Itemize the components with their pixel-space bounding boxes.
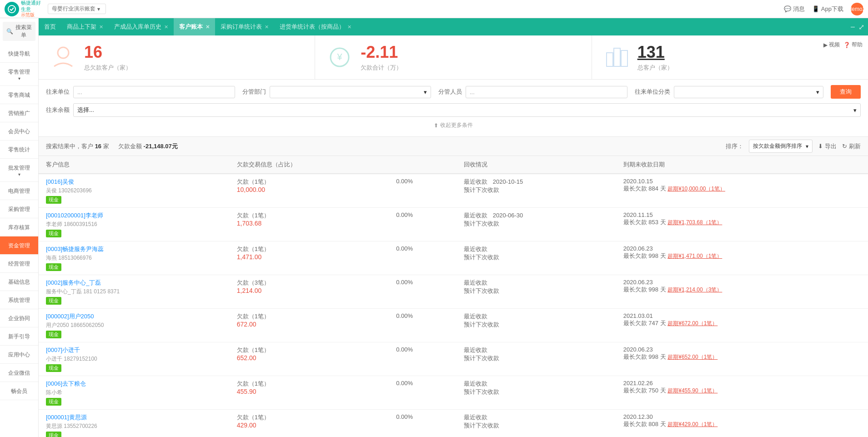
tab-close-icon[interactable]: ✕ <box>347 24 351 30</box>
debt-amount-4[interactable]: 672.00 <box>237 321 381 328</box>
customer-name-link-7[interactable]: [000001]黄思源 <box>46 414 87 421</box>
store-selector[interactable]: 母婴行业演示账套 ▾ <box>48 4 106 14</box>
svg-text:¥: ¥ <box>337 52 343 62</box>
customer-name-link-2[interactable]: [0003]畅捷服务尹海蕊 <box>46 246 104 252</box>
customer-name-link-5[interactable]: [0007]小迸千 <box>46 347 80 353</box>
overdue-info-3: 最长欠款 998 天 超期¥1,214.00（3笔） <box>623 286 861 294</box>
overdue-amount-link-5[interactable]: 超期¥652.00（1笔） <box>667 354 717 360</box>
tab-home[interactable]: 首页 <box>39 18 61 35</box>
sidebar-item-retail-stats[interactable]: 零售统计 <box>0 141 38 159</box>
customer-name-link-4[interactable]: [000002]用户2050 <box>46 313 94 320</box>
sidebar-item-app-center[interactable]: 应用中心 <box>0 346 38 364</box>
customer-contact-1: 李老师 18600391516 <box>46 221 222 228</box>
sidebar-item-batch-mgmt[interactable]: 批发管理 ▾ <box>0 159 38 182</box>
sidebar-item-retail-mall[interactable]: 零售商城 <box>0 86 38 104</box>
balance-select[interactable]: 选择... ▾ <box>73 103 861 117</box>
debt-amount-6[interactable]: 455.90 <box>237 388 381 395</box>
overdue-amount-link-2[interactable]: 超期¥1,471.00（1笔） <box>667 253 722 259</box>
tab-close-icon[interactable]: ✕ <box>164 24 168 30</box>
person-input[interactable]: ... <box>466 86 627 98</box>
table-header-row: 客户信息 欠款交易信息（占比） 回收情况 到期未收款日期 <box>39 156 868 174</box>
sidebar-item-quick-nav[interactable]: 快捷导航 <box>0 45 38 63</box>
sort-select[interactable]: 按欠款金额倒序排序 ▾ <box>749 140 813 153</box>
table-row: [00010200001]李老师 李老师 18600391516 现金 欠款（1… <box>39 208 868 241</box>
debt-amount-5[interactable]: 652.00 <box>237 354 381 362</box>
debt-count-2: 欠款（1笔） <box>237 245 381 253</box>
tab-close-icon[interactable]: ✕ <box>206 24 210 30</box>
tab-goods-online-offline[interactable]: 商品上下架 ✕ <box>61 18 109 35</box>
help-action[interactable]: ❓ 帮助 <box>843 41 863 49</box>
collapse-button[interactable]: ⬆ 收起更多条件 <box>46 121 861 129</box>
sidebar-item-retail-mgmt[interactable]: 零售管理 ▾ <box>0 63 38 86</box>
overdue-amount-link-4[interactable]: 超期¥672.00（1笔） <box>667 320 717 326</box>
debt-ratio-4: 0.00% <box>396 312 449 319</box>
filter-person: 分管人员 ... <box>438 86 627 98</box>
customer-tag-1: 现金 <box>46 230 61 237</box>
customer-name-link-0[interactable]: [0016]吴俊 <box>46 178 74 185</box>
overdue-amount-link-1[interactable]: 超期¥1,703.68（1笔） <box>667 219 722 226</box>
overdue-days-1: 最长欠款 853 天 <box>623 219 668 226</box>
user-profile[interactable]: demo2 <box>851 3 863 15</box>
export-button[interactable]: ⬇ 导出 <box>818 142 837 151</box>
cell-debt-info-7: 欠款（1笔） 429.00 <box>230 410 389 437</box>
customer-contact-2: 海燕 18513066976 <box>46 254 222 262</box>
query-button[interactable]: 查询 <box>831 85 861 99</box>
stat-card-total-customers: 131 总客户（家） ▶ 视频 ❓ 帮助 <box>592 35 868 79</box>
cell-customer-info-6: [0006]去下粮仓 陈小希 现金 <box>39 376 230 410</box>
sidebar-item-member-center[interactable]: 会员中心 <box>0 122 38 141</box>
view-video-action[interactable]: ▶ 视频 <box>823 41 840 49</box>
sidebar-item-vip-member[interactable]: 畅会员 <box>0 382 38 400</box>
tab-bar-expand-icon[interactable]: ⤢ <box>858 23 864 31</box>
sidebar-item-newbie-guide[interactable]: 新手引导 <box>0 327 38 346</box>
sidebar: 🔍 搜索菜单 快捷导航 零售管理 ▾ 零售商城 营销推广 会员中心 零售统计 <box>0 18 39 437</box>
search-menu-button[interactable]: 🔍 搜索菜单 <box>3 22 35 41</box>
sidebar-item-enterprise-wechat[interactable]: 企业微信 <box>0 364 38 382</box>
tab-product-instock-history[interactable]: 产成品入库单历史 ✕ <box>109 18 174 35</box>
sidebar-item-ops-mgmt[interactable]: 经营管理 <box>0 255 38 273</box>
debt-count-3: 欠款（3笔） <box>237 279 381 287</box>
dept-label: 分管部门 <box>242 88 266 96</box>
customer-name-link-6[interactable]: [0006]去下粮仓 <box>46 380 86 387</box>
sidebar-item-sys-mgmt[interactable]: 系统管理 <box>0 291 38 309</box>
sidebar-item-purchase-mgmt[interactable]: 采购管理 <box>0 200 38 218</box>
overdue-amount-link-7[interactable]: 超期¥429.00（1笔） <box>667 421 717 427</box>
tab-bar-collapse-icon[interactable]: – <box>851 23 855 31</box>
stat-info-debt-amount: -2.11 欠款合计（万） <box>361 43 580 72</box>
debt-amount-2[interactable]: 1,471.00 <box>237 253 381 261</box>
sidebar-item-inventory-check[interactable]: 库存核算 <box>0 218 38 236</box>
tab-purchase-order-stats[interactable]: 采购订单统计表 ✕ <box>215 18 274 35</box>
filter-row-2: 往来余额 选择... ▾ <box>46 103 861 117</box>
sidebar-item-basic-info[interactable]: 基础信息 <box>0 273 38 291</box>
debt-amount-number: -2.11 <box>361 43 580 62</box>
debt-amount-label: 欠款合计（万） <box>361 64 580 72</box>
tab-close-icon[interactable]: ✕ <box>99 24 103 30</box>
from-unit-input[interactable]: ... <box>73 86 235 98</box>
overdue-amount-link-0[interactable]: 超期¥10,000.00（1笔） <box>667 186 725 192</box>
debt-amount-7[interactable]: 429.00 <box>237 422 381 429</box>
debt-amount-3[interactable]: 1,214.00 <box>237 287 381 294</box>
sidebar-item-ecommerce-mgmt[interactable]: 电商管理 <box>0 182 38 200</box>
tab-close-icon[interactable]: ✕ <box>265 24 269 30</box>
sidebar-item-marketing[interactable]: 营销推广 <box>0 104 38 122</box>
cell-customer-info-7: [000001]黄思源 黄思源 13552700226 现金 <box>39 410 230 437</box>
tab-customer-account[interactable]: 客户账本 ✕ <box>174 18 215 35</box>
tab-instock-stats-by-product[interactable]: 进货单统计表（按商品） ✕ <box>274 18 357 35</box>
cell-due-date-4: 2021.03.01 最长欠款 747 天 超期¥672.00（1笔） <box>616 309 868 342</box>
customer-name-link-3[interactable]: [0002]服务中心_丁磊 <box>46 279 101 286</box>
customer-tag-6: 现金 <box>46 398 61 406</box>
customer-name-link-1[interactable]: [00010200001]李老师 <box>46 212 103 219</box>
refresh-button[interactable]: ↻ 刷新 <box>842 142 861 151</box>
sidebar-item-enterprise-collab[interactable]: 企业协同 <box>0 309 38 327</box>
overdue-amount-link-3[interactable]: 超期¥1,214.00（3笔） <box>667 286 722 293</box>
debt-amount-0[interactable]: 10,000.00 <box>237 186 381 193</box>
col-header-debt-info: 欠款交易信息（占比） <box>230 156 389 174</box>
main-layout: 🔍 搜索菜单 快捷导航 零售管理 ▾ 零售商城 营销推广 会员中心 零售统计 <box>0 18 868 437</box>
unit-category-select[interactable]: ▾ <box>674 86 824 98</box>
dept-select[interactable]: ▾ <box>270 86 431 98</box>
debt-amount-1[interactable]: 1,703.68 <box>237 220 381 227</box>
sidebar-search[interactable]: 🔍 搜索菜单 <box>0 18 38 45</box>
message-action[interactable]: 💬 消息 <box>784 5 805 13</box>
overdue-amount-link-6[interactable]: 超期¥455.90（1笔） <box>667 387 717 394</box>
app-download-action[interactable]: 📱 App下载 <box>812 5 843 13</box>
sidebar-item-finance-mgmt[interactable]: 资金管理 <box>0 236 38 255</box>
